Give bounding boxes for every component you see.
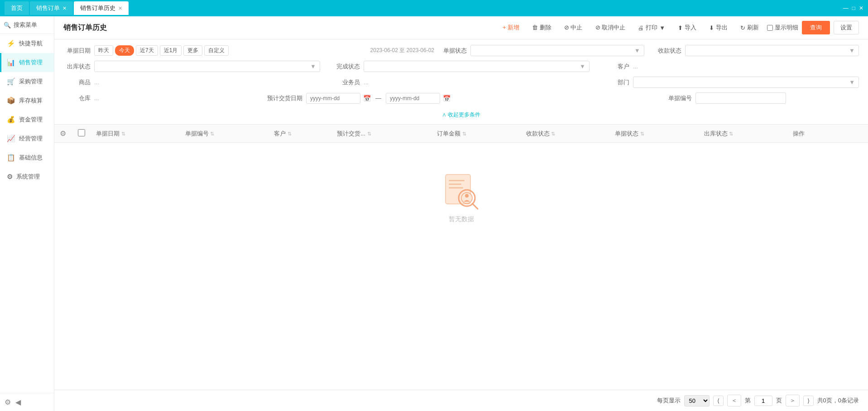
warehouse-picker-btn[interactable]: ... <box>94 95 99 102</box>
th-number-label: 单据编号 <box>185 130 209 137</box>
sidebar: 🔍 搜索菜单 ⚡ 快捷导航 📊 销售管理 🛒 采购管理 📦 库存核算 💰 资金管… <box>0 16 54 411</box>
calendar-end-icon[interactable]: 📅 <box>443 95 451 102</box>
stop-button[interactable]: ⊘ 中止 <box>560 21 587 34</box>
show-detail-checkbox-label[interactable]: 显示明细 <box>767 24 798 32</box>
th-payment-status: 收款状态 ⇅ <box>521 125 610 143</box>
th-expected-delivery-sort[interactable]: ⇅ <box>367 131 371 136</box>
print-icon: 🖨 <box>638 24 644 31</box>
empty-svg <box>434 170 489 215</box>
calendar-start-icon[interactable]: 📅 <box>363 95 371 102</box>
sidebar-item-sales-mgmt[interactable]: 📊 销售管理 <box>0 53 54 72</box>
date-quick-buttons: 昨天 今天 近7天 近1月 更多 自定义 <box>94 45 229 56</box>
tab-sales-order-history-close[interactable]: ✕ <box>118 5 122 11</box>
last-page-button[interactable]: ⟩ <box>803 396 814 406</box>
prev-page-button[interactable]: ＜ <box>727 395 741 406</box>
sidebar-item-system-mgmt[interactable]: ⚙ 系统管理 <box>0 167 54 186</box>
product-field: 商品 ... <box>63 78 320 87</box>
tab-sales-order-history[interactable]: 销售订单历史 ✕ <box>74 1 129 15</box>
show-detail-label: 显示明细 <box>775 24 798 32</box>
payment-status-field: 收款状态 ▼ <box>654 45 859 56</box>
sidebar-item-purchase-mgmt[interactable]: 🛒 采购管理 <box>0 72 54 91</box>
order-status-select[interactable]: ▼ <box>470 45 644 56</box>
query-button[interactable]: 查询 <box>802 21 830 34</box>
date-range-display: 2023-06-02 至 2023-06-02 <box>370 47 440 54</box>
sidebar-item-quick-nav[interactable]: ⚡ 快捷导航 <box>0 34 54 53</box>
next-page-button[interactable]: ＞ <box>786 395 800 406</box>
pagination-bar: 每页显示 50 10 20 100 ⟨ ＜ 第 页 ＞ ⟩ 共0页，0条记录 <box>54 390 868 411</box>
page-header: 销售订单历史 + 新增 🗑 删除 ⊘ 中止 ⊘ 取消中止 🖨 打印 ▼ ⬆ 导入… <box>54 16 868 39</box>
th-order-status: 单据状态 ⇅ <box>609 125 699 143</box>
delete-button[interactable]: 🗑 删除 <box>528 21 556 34</box>
sidebar-search[interactable]: 🔍 搜索菜单 <box>0 16 54 34</box>
th-delivery-status-sort[interactable]: ⇅ <box>729 131 733 136</box>
date-separator: — <box>374 95 383 102</box>
collapse-bar[interactable]: ∧ 收起更多条件 <box>63 108 859 119</box>
minimize-button[interactable]: — <box>843 5 849 11</box>
product-control: ... <box>94 79 320 86</box>
svg-rect-2 <box>449 184 461 185</box>
th-order-status-sort[interactable]: ⇅ <box>640 131 644 136</box>
tab-home[interactable]: 首页 <box>5 1 29 15</box>
page-size-label: 每页显示 <box>657 396 681 405</box>
new-button[interactable]: + 新增 <box>498 21 524 34</box>
first-page-button[interactable]: ⟨ <box>713 396 724 406</box>
yesterday-btn[interactable]: 昨天 <box>94 45 113 56</box>
department-select[interactable]: ▼ <box>633 77 859 88</box>
product-picker-btn[interactable]: ... <box>94 79 99 86</box>
th-payment-status-label: 收款状态 <box>526 130 550 137</box>
filter-area: 单据日期 昨天 今天 近7天 近1月 更多 自定义 2023-06-02 至 2… <box>54 39 868 125</box>
page-size-select[interactable]: 50 10 20 100 <box>684 395 710 406</box>
print-button[interactable]: 🖨 打印 ▼ <box>633 21 670 34</box>
department-label: 部门 <box>602 78 629 87</box>
sidebar-item-base-info[interactable]: 📋 基础信息 <box>0 148 54 167</box>
sidebar-item-operations-label: 经营管理 <box>19 135 43 143</box>
expected-date-start[interactable] <box>306 93 360 104</box>
last7-btn[interactable]: 近7天 <box>136 45 158 56</box>
customer-control: ... <box>633 63 859 70</box>
today-btn[interactable]: 今天 <box>115 45 134 56</box>
sidebar-item-inventory[interactable]: 📦 库存核算 <box>0 91 54 110</box>
export-button[interactable]: ⬇ 导出 <box>705 21 732 34</box>
customer-picker-btn[interactable]: ... <box>633 63 638 70</box>
custom-btn[interactable]: 自定义 <box>204 45 229 56</box>
sidebar-item-finance[interactable]: 💰 资金管理 <box>0 110 54 129</box>
tab-sales-order-close[interactable]: ✕ <box>62 5 67 11</box>
th-payment-status-sort[interactable]: ⇅ <box>551 131 555 136</box>
main-layout: 🔍 搜索菜单 ⚡ 快捷导航 📊 销售管理 🛒 采购管理 📦 库存核算 💰 资金管… <box>0 16 868 411</box>
sidebar-collapse-icon[interactable]: ◀ <box>15 398 21 406</box>
payment-status-select[interactable]: ▼ <box>685 45 859 56</box>
page-number-input[interactable] <box>754 396 772 406</box>
expected-date-end[interactable] <box>386 93 440 104</box>
payment-status-chevron: ▼ <box>849 47 855 54</box>
completion-status-select[interactable]: ▼ <box>364 61 590 72</box>
finance-icon: 💰 <box>7 116 15 124</box>
th-customer-sort[interactable]: ⇅ <box>288 131 292 136</box>
th-order-amount-sort[interactable]: ⇅ <box>462 131 466 136</box>
maximize-button[interactable]: □ <box>852 5 855 11</box>
sidebar-item-operations[interactable]: 📈 经营管理 <box>0 129 54 148</box>
order-number-input[interactable] <box>695 92 786 104</box>
th-expected-delivery: 预计交货... ⇅ <box>331 125 432 143</box>
product-label: 商品 <box>63 78 91 87</box>
last-month-btn[interactable]: 近1月 <box>160 45 182 56</box>
delivery-status-select[interactable]: ▼ <box>94 61 320 72</box>
th-date-sort[interactable]: ⇅ <box>121 131 125 136</box>
table-settings-icon[interactable]: ⚙ <box>60 130 66 137</box>
sidebar-settings-icon[interactable]: ⚙ <box>5 398 11 406</box>
cancel-stop-button[interactable]: ⊘ 取消中止 <box>591 21 630 34</box>
tab-sales-order[interactable]: 销售订单 ✕ <box>30 1 73 15</box>
more-btn[interactable]: 更多 <box>183 45 202 56</box>
sidebar-item-finance-label: 资金管理 <box>19 116 43 124</box>
sidebar-item-purchase-mgmt-label: 采购管理 <box>19 77 43 86</box>
filter-row-3: 商品 ... 业务员 ... 部门 ▼ <box>63 77 859 88</box>
setting-button[interactable]: 设置 <box>834 21 859 34</box>
close-button[interactable]: ✕ <box>859 5 863 11</box>
th-number-sort[interactable]: ⇅ <box>210 131 214 136</box>
refresh-button[interactable]: ↻ 刷新 <box>736 21 763 34</box>
expected-date-control: 📅 — 📅 <box>306 93 655 104</box>
jump-prefix: 第 <box>745 396 751 405</box>
select-all-checkbox[interactable] <box>78 129 85 136</box>
salesperson-picker-btn[interactable]: ... <box>364 79 369 86</box>
show-detail-checkbox[interactable] <box>767 25 773 31</box>
import-button[interactable]: ⬆ 导入 <box>673 21 701 34</box>
